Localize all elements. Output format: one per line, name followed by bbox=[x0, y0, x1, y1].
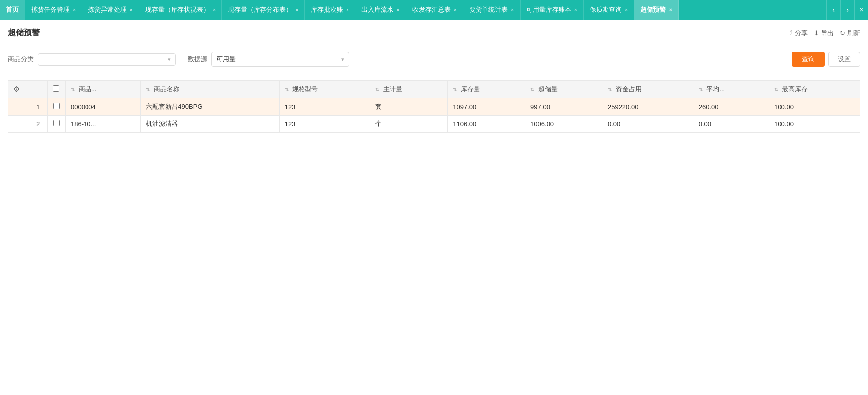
row-unit: 套 bbox=[370, 98, 448, 116]
nav-next-btn[interactable]: › bbox=[840, 0, 854, 20]
filter-bar: 商品分类 ▾ 数据源 可用量 ▾ 查询 设置 bbox=[8, 46, 860, 73]
th-avg: ⇅ 平均... bbox=[694, 81, 769, 98]
data-table: ⚙ ⇅ 商品... ⇅ 商品名称 ⇅ 规格型号 bbox=[8, 80, 860, 133]
category-filter: 商品分类 ▾ bbox=[8, 53, 176, 66]
close-icon[interactable]: × bbox=[295, 7, 298, 13]
share-button[interactable]: ⤴ 分享 bbox=[789, 29, 808, 38]
close-icon[interactable]: × bbox=[454, 7, 457, 13]
row-over: 997.00 bbox=[525, 98, 603, 116]
row-settings bbox=[8, 98, 28, 116]
sort-icon7: ⇅ bbox=[608, 87, 612, 92]
th-unit: ⇅ 主计量 bbox=[370, 81, 448, 98]
table-header: ⚙ ⇅ 商品... ⇅ 商品名称 ⇅ 规格型号 bbox=[8, 81, 860, 98]
sort-icon3: ⇅ bbox=[285, 87, 289, 92]
chevron-down-icon2: ▾ bbox=[341, 56, 344, 63]
table-row: 2 186-10... 机油滤清器 123 个 1106.00 1006.00 … bbox=[8, 116, 860, 133]
row-capital: 0.00 bbox=[603, 116, 694, 133]
sort-icon4: ⇅ bbox=[375, 87, 379, 92]
share-icon: ⤴ bbox=[789, 29, 793, 37]
category-select[interactable]: ▾ bbox=[38, 53, 176, 66]
nav-close-btn[interactable]: × bbox=[854, 0, 868, 20]
refresh-button[interactable]: ↻ 刷新 bbox=[840, 29, 860, 38]
row-stock: 1097.00 bbox=[448, 98, 525, 116]
th-code: ⇅ 商品... bbox=[66, 81, 141, 98]
close-icon[interactable]: × bbox=[396, 7, 399, 13]
th-max: ⇅ 最高库存 bbox=[769, 81, 860, 98]
nav-tab-tab-5[interactable]: 库存批次账× bbox=[305, 0, 355, 20]
category-label: 商品分类 bbox=[8, 55, 34, 64]
nav-tab-tab-7[interactable]: 收发存汇总表× bbox=[406, 0, 463, 20]
nav-tab-tab-2[interactable]: 拣货异常处理× bbox=[82, 0, 139, 20]
nav-tab-tab-4[interactable]: 现存量（库存分布表）× bbox=[222, 0, 304, 20]
sort-icon9: ⇅ bbox=[774, 87, 778, 92]
close-icon[interactable]: × bbox=[346, 7, 349, 13]
sort-icon5: ⇅ bbox=[453, 87, 457, 92]
page-header: 超储预警 ⤴ 分享 ⬇ 导出 ↻ 刷新 bbox=[8, 28, 860, 38]
nav-home[interactable]: 首页 bbox=[0, 0, 25, 20]
th-over: ⇅ 超储量 bbox=[525, 81, 603, 98]
nav-tab-tab-1[interactable]: 拣货任务管理× bbox=[25, 0, 82, 20]
nav-tab-tab-11[interactable]: 超储预警× bbox=[634, 0, 678, 20]
row-unit: 个 bbox=[370, 116, 448, 133]
datasource-filter: 数据源 可用量 ▾ bbox=[188, 52, 349, 67]
close-icon[interactable]: × bbox=[213, 7, 216, 13]
row-stock: 1106.00 bbox=[448, 116, 525, 133]
row-checkbox-cell bbox=[48, 116, 66, 133]
nav-tab-tab-3[interactable]: 现存量（库存状况表）× bbox=[139, 0, 222, 20]
nav-tab-tab-8[interactable]: 要货单统计表× bbox=[463, 0, 520, 20]
close-icon[interactable]: × bbox=[511, 7, 514, 13]
select-all-checkbox[interactable] bbox=[53, 85, 59, 92]
row-max-stock: 100.00 bbox=[769, 98, 860, 116]
row-settings bbox=[8, 116, 28, 133]
datasource-select[interactable]: 可用量 ▾ bbox=[211, 52, 349, 67]
datasource-label: 数据源 bbox=[188, 55, 207, 64]
nav-tab-tab-9[interactable]: 可用量库存账本× bbox=[521, 0, 584, 20]
top-nav: 首页 拣货任务管理×拣货异常处理×现存量（库存状况表）×现存量（库存分布表）×库… bbox=[0, 0, 868, 20]
main-content: 超储预警 ⤴ 分享 ⬇ 导出 ↻ 刷新 商品分类 ▾ 数据源 bbox=[0, 20, 868, 395]
header-actions: ⤴ 分享 ⬇ 导出 ↻ 刷新 bbox=[789, 29, 860, 38]
sort-icon8: ⇅ bbox=[699, 87, 703, 92]
sort-icon: ⇅ bbox=[71, 87, 75, 92]
th-checkbox bbox=[48, 81, 66, 98]
row-avg: 0.00 bbox=[694, 116, 769, 133]
close-icon[interactable]: × bbox=[574, 7, 577, 13]
close-icon[interactable]: × bbox=[73, 7, 76, 13]
sort-icon6: ⇅ bbox=[530, 87, 534, 92]
nav-tab-tab-6[interactable]: 出入库流水× bbox=[355, 0, 406, 20]
sort-icon2: ⇅ bbox=[146, 87, 150, 92]
refresh-icon: ↻ bbox=[840, 29, 845, 37]
row-avg: 260.00 bbox=[694, 98, 769, 116]
setting-button[interactable]: 设置 bbox=[828, 52, 860, 67]
row-checkbox[interactable] bbox=[53, 120, 60, 126]
row-code: 186-10... bbox=[66, 116, 141, 133]
nav-tab-tab-10[interactable]: 保质期查询× bbox=[584, 0, 634, 20]
nav-arrows: ‹ › × bbox=[826, 0, 868, 20]
row-num: 1 bbox=[28, 98, 48, 116]
th-stock: ⇅ 库存量 bbox=[448, 81, 525, 98]
row-spec: 123 bbox=[279, 116, 370, 133]
datasource-value: 可用量 bbox=[217, 55, 236, 64]
row-num: 2 bbox=[28, 116, 48, 133]
row-max-stock: 100.00 bbox=[769, 116, 860, 133]
row-code: 0000004 bbox=[66, 98, 141, 116]
row-checkbox-cell bbox=[48, 98, 66, 116]
query-button[interactable]: 查询 bbox=[792, 52, 825, 67]
close-icon[interactable]: × bbox=[625, 7, 628, 13]
nav-prev-btn[interactable]: ‹ bbox=[826, 0, 840, 20]
gear-icon[interactable]: ⚙ bbox=[13, 85, 20, 93]
close-icon[interactable]: × bbox=[130, 7, 132, 13]
th-spec: ⇅ 规格型号 bbox=[279, 81, 370, 98]
table-row: 1 0000004 六配套新昌490BPG 123 套 1097.00 997.… bbox=[8, 98, 860, 116]
row-checkbox[interactable] bbox=[53, 103, 60, 109]
th-num bbox=[28, 81, 48, 98]
row-name: 机油滤清器 bbox=[141, 116, 279, 133]
export-button[interactable]: ⬇ 导出 bbox=[814, 29, 834, 38]
th-capital: ⇅ 资金占用 bbox=[603, 81, 694, 98]
row-capital: 259220.00 bbox=[603, 98, 694, 116]
close-icon[interactable]: × bbox=[669, 7, 672, 13]
export-icon: ⬇ bbox=[814, 29, 819, 37]
row-name: 六配套新昌490BPG bbox=[141, 98, 279, 116]
filter-actions: 查询 设置 bbox=[792, 52, 860, 67]
page-title: 超储预警 bbox=[8, 28, 40, 38]
row-over: 1006.00 bbox=[525, 116, 603, 133]
